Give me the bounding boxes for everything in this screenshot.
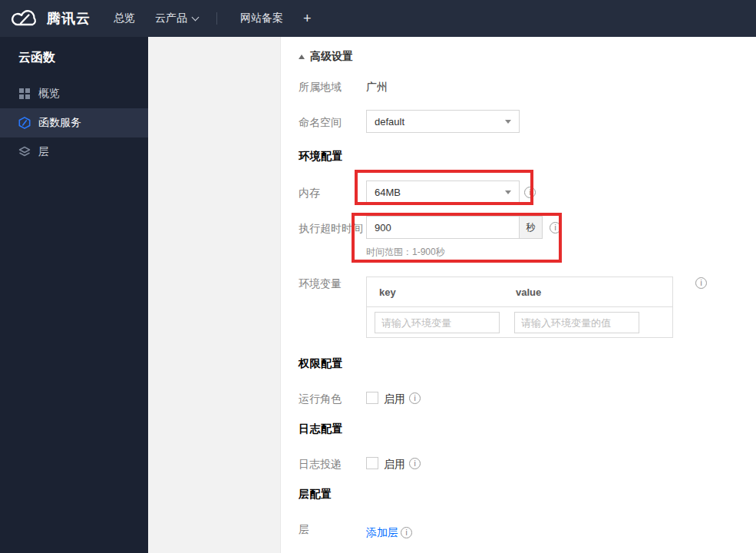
sidebar-item-function-service[interactable]: 函数服务 (0, 108, 148, 137)
secondary-panel (148, 37, 281, 553)
memory-select[interactable]: 64MB (366, 180, 520, 204)
envvar-label: 环境变量 (299, 277, 342, 291)
nav-item-cloud-products[interactable]: 云产品 (155, 12, 198, 25)
run-role-checkbox[interactable] (366, 392, 378, 404)
sidebar-title: 云函数 (0, 37, 148, 67)
log-delivery-label: 日志投递 (299, 458, 342, 472)
timeout-unit-addon: 秒 (520, 216, 543, 239)
advanced-settings-label: 高级设置 (310, 50, 353, 64)
envvar-table-row (367, 307, 672, 338)
run-role-label: 运行角色 (299, 392, 342, 406)
log-config-heading: 日志配置 (299, 422, 343, 436)
sidebar-item-function-service-label: 函数服务 (38, 116, 81, 130)
nav-item-cloud-products-label: 云产品 (155, 12, 187, 25)
nav-item-website-record[interactable]: 网站备案 (240, 12, 283, 25)
add-tab-button[interactable]: + (303, 11, 312, 27)
sidebar-item-layer[interactable]: 层 (0, 137, 148, 167)
main-content: 高级设置 所属地域 广州 命名空间 default 环境配置 内存 64MB i… (281, 37, 756, 553)
advanced-settings-toggle[interactable]: 高级设置 (299, 50, 353, 64)
memory-label: 内存 (299, 187, 320, 200)
envvar-key-input[interactable] (375, 312, 500, 333)
page: 腾讯云 总览 云产品 网站备案 + 云函数 (0, 0, 756, 553)
layer-label: 层 (299, 523, 309, 537)
grid-icon (18, 88, 31, 100)
timeout-hint: 时间范围：1-900秒 (366, 246, 445, 259)
envvar-key-header: key (367, 286, 516, 298)
run-role-enable-label: 启用 (384, 392, 405, 406)
caret-down-icon (505, 190, 511, 194)
log-delivery-enable-label: 启用 (384, 458, 405, 472)
timeout-input-group: 秒 (366, 216, 543, 239)
env-config-heading: 环境配置 (299, 150, 343, 164)
region-value: 广州 (366, 81, 388, 94)
run-role-info-icon[interactable]: i (409, 392, 421, 404)
envvar-info-icon[interactable]: i (695, 277, 707, 289)
namespace-select[interactable]: default (366, 110, 520, 133)
envvar-value-input[interactable] (514, 312, 639, 333)
timeout-label: 执行超时时间 (299, 222, 363, 236)
topbar: 腾讯云 总览 云产品 网站备案 + (0, 0, 756, 37)
triangle-up-icon (299, 55, 305, 59)
tencent-cloud-logo-icon (11, 8, 40, 28)
layers-icon (18, 146, 31, 158)
envvar-table: key value (366, 276, 673, 338)
log-delivery-checkbox[interactable] (366, 457, 378, 469)
namespace-select-value: default (375, 116, 404, 127)
add-layer-link[interactable]: 添加层 (366, 526, 398, 540)
chevron-down-icon (192, 13, 200, 21)
function-hexagon-icon (18, 117, 31, 129)
sidebar-menu: 概览 函数服务 层 (0, 79, 148, 167)
add-layer-info-icon[interactable]: i (401, 527, 412, 538)
log-delivery-info-icon[interactable]: i (409, 458, 421, 469)
perm-config-heading: 权限配置 (299, 357, 343, 371)
sidebar-item-overview[interactable]: 概览 (0, 79, 148, 108)
brand[interactable]: 腾讯云 (11, 8, 91, 28)
sidebar: 云函数 概览 (0, 37, 148, 553)
namespace-label: 命名空间 (299, 116, 342, 130)
memory-info-icon[interactable]: i (524, 187, 536, 198)
caret-down-icon (505, 120, 511, 124)
envvar-table-header: key value (367, 277, 672, 307)
top-nav: 总览 云产品 网站备案 + (91, 11, 312, 27)
region-label: 所属地域 (299, 81, 342, 94)
nav-divider (216, 12, 217, 25)
sidebar-item-layer-label: 层 (38, 145, 49, 159)
layer-config-heading: 层配置 (299, 488, 332, 502)
timeout-info-icon[interactable]: i (550, 222, 561, 233)
sidebar-item-overview-label: 概览 (38, 87, 60, 101)
nav-item-overview[interactable]: 总览 (114, 12, 135, 25)
timeout-input[interactable] (366, 216, 520, 239)
envvar-value-header: value (516, 286, 541, 298)
memory-select-value: 64MB (375, 187, 401, 198)
brand-name: 腾讯云 (47, 9, 91, 28)
